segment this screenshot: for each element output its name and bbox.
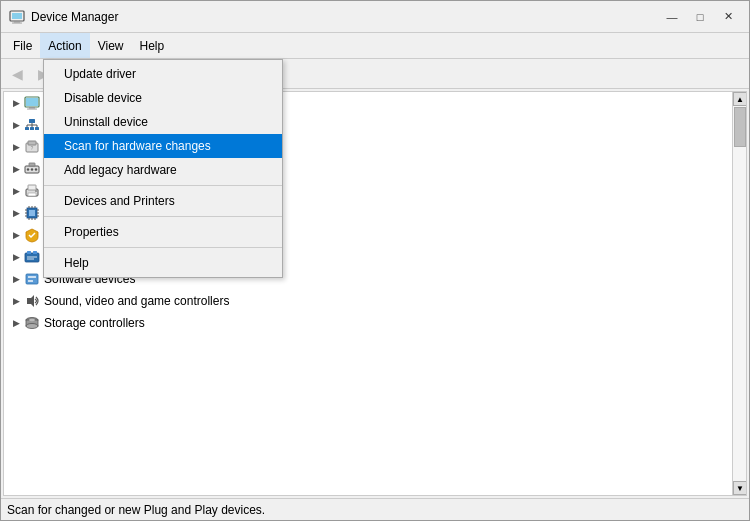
close-button[interactable]: ✕ (715, 7, 741, 27)
separator-2 (44, 216, 282, 217)
status-bar: Scan for changed or new Plug and Play de… (1, 498, 749, 520)
menu-update-driver[interactable]: Update driver (44, 62, 282, 86)
expander-ports[interactable]: ▶ (8, 161, 24, 177)
svg-rect-44 (33, 251, 37, 254)
scroll-track[interactable] (733, 106, 746, 481)
security-icon (24, 227, 40, 243)
svg-rect-11 (35, 127, 39, 130)
expander-security[interactable]: ▶ (8, 227, 24, 243)
expander-print[interactable]: ▶ (8, 183, 24, 199)
network-icon (24, 117, 40, 133)
expander-sw-devices[interactable]: ▶ (8, 271, 24, 287)
svg-rect-8 (29, 119, 35, 123)
menu-uninstall-device[interactable]: Uninstall device (44, 110, 282, 134)
svg-rect-3 (12, 22, 22, 23)
tree-item[interactable]: ▶ Sound, video and game controllers (4, 290, 732, 312)
menu-devices-printers[interactable]: Devices and Printers (44, 189, 282, 213)
separator-1 (44, 185, 282, 186)
svg-marker-50 (27, 295, 34, 307)
svg-rect-25 (28, 185, 36, 190)
menu-file[interactable]: File (5, 33, 40, 58)
svg-point-20 (27, 168, 29, 170)
title-bar-left: Device Manager (9, 9, 118, 25)
svg-point-54 (29, 319, 35, 321)
svg-point-27 (35, 190, 37, 192)
svg-rect-9 (25, 127, 29, 130)
other-devices-icon: ? (24, 139, 40, 155)
status-text: Scan for changed or new Plug and Play de… (7, 503, 265, 517)
minimize-button[interactable]: — (659, 7, 685, 27)
tree-label-storage: Storage controllers (44, 316, 145, 330)
expander-storage[interactable]: ▶ (8, 315, 24, 331)
sound-icon (24, 293, 40, 309)
storage-icon (24, 315, 40, 331)
menu-scan-hardware[interactable]: Scan for hardware changes (44, 134, 282, 158)
maximize-button[interactable]: □ (687, 7, 713, 27)
tree-item[interactable]: ▶ Storage controllers (4, 312, 732, 334)
svg-rect-2 (14, 21, 20, 23)
tree-label-sound: Sound, video and game controllers (44, 294, 229, 308)
menu-help[interactable]: Help (44, 251, 282, 275)
menu-view[interactable]: View (90, 33, 132, 58)
svg-point-22 (35, 168, 37, 170)
svg-point-21 (31, 168, 33, 170)
svg-rect-6 (29, 107, 35, 109)
menu-properties[interactable]: Properties (44, 220, 282, 244)
menu-disable-device[interactable]: Disable device (44, 86, 282, 110)
svg-rect-1 (12, 13, 22, 19)
svg-point-53 (26, 324, 38, 329)
title-bar-controls: — □ ✕ (659, 7, 741, 27)
back-icon: ◀ (12, 66, 23, 82)
svg-rect-42 (25, 253, 39, 262)
menu-add-legacy[interactable]: Add legacy hardware (44, 158, 282, 182)
svg-rect-29 (29, 210, 35, 216)
svg-rect-23 (29, 163, 35, 166)
separator-3 (44, 247, 282, 248)
svg-rect-43 (27, 251, 31, 254)
menu-help[interactable]: Help (132, 33, 173, 58)
menu-action[interactable]: Action (40, 33, 89, 58)
software-devices-icon (24, 271, 40, 287)
svg-rect-10 (30, 127, 34, 130)
device-manager-window: Device Manager — □ ✕ File Action View He… (0, 0, 750, 521)
scroll-thumb[interactable] (734, 107, 746, 147)
software-components-icon (24, 249, 40, 265)
expander-sw-components[interactable]: ▶ (8, 249, 24, 265)
computer-icon (9, 9, 25, 25)
expander-cpu[interactable]: ▶ (8, 205, 24, 221)
vertical-scrollbar[interactable]: ▲ ▼ (732, 92, 746, 495)
back-button[interactable]: ◀ (5, 62, 29, 86)
expander-other[interactable]: ▶ (8, 139, 24, 155)
svg-rect-48 (28, 276, 36, 278)
svg-rect-49 (28, 280, 33, 282)
ports-icon (24, 161, 40, 177)
scroll-down-arrow[interactable]: ▼ (733, 481, 747, 495)
print-icon (24, 183, 40, 199)
menu-bar: File Action View Help Update driver Disa… (1, 33, 749, 59)
svg-rect-5 (26, 98, 38, 106)
expander-sound[interactable]: ▶ (8, 293, 24, 309)
svg-rect-47 (26, 274, 38, 284)
monitor-icon (24, 95, 40, 111)
svg-rect-26 (28, 193, 36, 196)
scroll-up-arrow[interactable]: ▲ (733, 92, 747, 106)
window-title: Device Manager (31, 10, 118, 24)
expander-network[interactable]: ▶ (8, 117, 24, 133)
cpu-icon (24, 205, 40, 221)
expander-monitors[interactable]: ▶ (8, 95, 24, 111)
svg-text:?: ? (31, 145, 34, 151)
svg-rect-7 (27, 109, 37, 110)
title-bar: Device Manager — □ ✕ (1, 1, 749, 33)
action-dropdown-menu: Update driver Disable device Uninstall d… (43, 59, 283, 278)
